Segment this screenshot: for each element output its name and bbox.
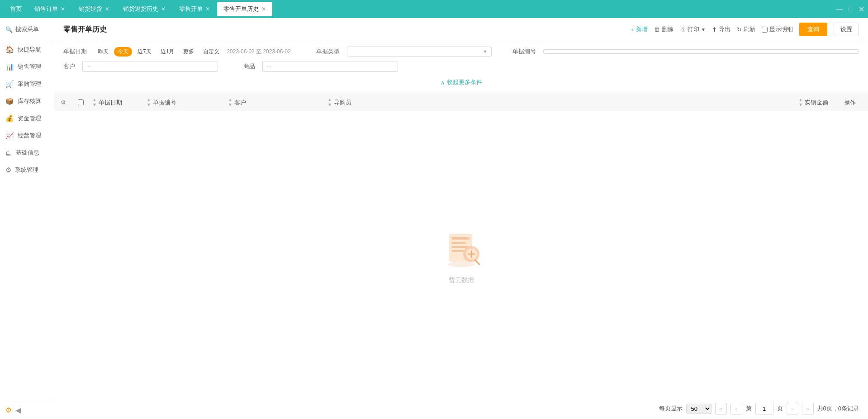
export-button[interactable]: ⬆ 导出 bbox=[712, 25, 730, 33]
sidebar-item-quicknav[interactable]: 🏠 快捷导航 bbox=[0, 41, 54, 58]
th-guide-sort[interactable]: ▲▼ bbox=[327, 98, 332, 107]
th-date: ▲▼ 单据日期 bbox=[89, 98, 143, 107]
table-header: ⚙ ▲▼ 单据日期 ▲▼ 单据编号 ▲▼ 客户 ▲▼ 导 bbox=[54, 94, 868, 111]
th-number: ▲▼ 单据编号 bbox=[143, 98, 224, 107]
sidebar-top: 🔍 搜索采单 bbox=[0, 18, 54, 41]
window-controls: — □ ✕ bbox=[836, 5, 864, 14]
sidebar-bottom: ⚙ ◀ bbox=[0, 401, 54, 419]
type-select[interactable]: ▼ bbox=[347, 47, 492, 56]
tab-retail-history[interactable]: 零售开单历史 ✕ bbox=[217, 2, 272, 16]
sidebar-item-purchase[interactable]: 🛒 采购管理 bbox=[0, 75, 54, 93]
page-suffix-label: 页 bbox=[777, 405, 783, 413]
th-amount: ▲▼ 实销金额 bbox=[378, 98, 832, 107]
first-page-button[interactable]: « bbox=[715, 403, 727, 414]
refresh-button[interactable]: ↻ 刷新 bbox=[737, 25, 755, 33]
tab-retail-order[interactable]: 零售开单 ✕ bbox=[173, 2, 216, 16]
sidebar-item-inventory[interactable]: 📦 库存核算 bbox=[0, 93, 54, 110]
sidebar-gear-icon[interactable]: ⚙ bbox=[5, 406, 12, 414]
sidebar-item-operations[interactable]: 📈 经营管理 bbox=[0, 127, 54, 144]
svg-point-0 bbox=[448, 262, 475, 267]
basic-info-icon: 🗂 bbox=[5, 149, 12, 157]
svg-rect-2 bbox=[451, 237, 470, 240]
type-select-arrow: ▼ bbox=[483, 49, 488, 54]
select-all-checkbox[interactable] bbox=[78, 99, 84, 105]
close-button[interactable]: ✕ bbox=[859, 5, 864, 14]
date-today[interactable]: 今天 bbox=[114, 47, 132, 56]
th-date-sort[interactable]: ▲▼ bbox=[92, 98, 97, 107]
minimize-button[interactable]: — bbox=[836, 5, 843, 13]
goods-input[interactable]: ··· bbox=[262, 61, 398, 72]
sidebar-collapse-button[interactable]: ◀ bbox=[15, 406, 21, 414]
th-amount-sort[interactable]: ▲▼ bbox=[798, 98, 803, 107]
delete-button[interactable]: 🗑 删除 bbox=[654, 25, 674, 33]
system-icon: ⚙ bbox=[5, 166, 11, 174]
prev-page-button[interactable]: ‹ bbox=[730, 403, 742, 414]
toolbar: + 新增 🗑 删除 🖨 打印 ▼ ⬆ 导出 ↻ 刷新 显示明细 bbox=[631, 23, 859, 36]
sidebar-item-finance[interactable]: 💰 资金管理 bbox=[0, 110, 54, 127]
sales-icon: 📊 bbox=[5, 63, 14, 71]
page-number-input[interactable] bbox=[755, 403, 773, 414]
filter-area: 单据日期 昨天 今天 近7天 近1月 更多 自定义 2023-06-02 至 2… bbox=[54, 41, 868, 94]
th-action: 操作 bbox=[832, 99, 868, 107]
date-7days[interactable]: 近7天 bbox=[134, 47, 155, 56]
empty-state: 暂无数据 bbox=[54, 111, 868, 398]
filter-row-2: 客户 ··· 商品 ··· bbox=[63, 61, 859, 72]
add-button[interactable]: + 新增 bbox=[631, 25, 648, 33]
date-1month[interactable]: 近1月 bbox=[157, 47, 178, 56]
tab-return-history[interactable]: 销货退货历史 ✕ bbox=[117, 2, 172, 16]
empty-text: 暂无数据 bbox=[449, 276, 474, 284]
sidebar-item-sales[interactable]: 📊 销售管理 bbox=[0, 58, 54, 75]
tab-close-retail-history[interactable]: ✕ bbox=[261, 6, 266, 12]
display-detail-checkbox[interactable]: 显示明细 bbox=[762, 25, 793, 33]
collapse-icon: ∧ bbox=[441, 79, 445, 86]
tab-close-return-history[interactable]: ✕ bbox=[161, 6, 166, 12]
sidebar: 🔍 搜索采单 🏠 快捷导航 📊 销售管理 🛒 采购管理 📦 库存核算 💰 资金管… bbox=[0, 18, 54, 419]
search-icon: 🔍 bbox=[5, 26, 13, 33]
date-shortcuts: 昨天 今天 近7天 近1月 更多 自定义 2023-06-02 至 2023-0… bbox=[94, 47, 291, 56]
th-number-sort[interactable]: ▲▼ bbox=[147, 98, 151, 107]
svg-line-10 bbox=[475, 260, 479, 264]
display-detail-input[interactable] bbox=[762, 27, 768, 33]
date-range-display: 2023-06-02 至 2023-06-02 bbox=[227, 48, 290, 56]
sidebar-search[interactable]: 🔍 搜索采单 bbox=[0, 23, 54, 36]
customer-input[interactable]: ··· bbox=[82, 61, 218, 72]
svg-rect-3 bbox=[451, 242, 466, 244]
tab-bar: 首页 销售订单 ✕ 销货退货 ✕ 销货退货历史 ✕ 零售开单 ✕ 零售开单历史 … bbox=[0, 0, 868, 18]
tab-close-return[interactable]: ✕ bbox=[105, 6, 109, 12]
total-label: 共0页，0条记录 bbox=[817, 405, 859, 413]
print-button[interactable]: 🖨 打印 ▼ bbox=[680, 25, 706, 33]
tab-close-sales-order[interactable]: ✕ bbox=[61, 6, 65, 12]
collapse-button[interactable]: ∧ 收起更多条件 bbox=[63, 76, 859, 88]
purchase-icon: 🛒 bbox=[5, 80, 14, 88]
per-page-select[interactable]: 50 100 200 bbox=[686, 404, 711, 414]
th-gear[interactable]: ⚙ bbox=[54, 99, 72, 106]
th-customer: ▲▼ 客户 bbox=[224, 98, 324, 107]
operations-icon: 📈 bbox=[5, 132, 14, 140]
maximize-button[interactable]: □ bbox=[849, 5, 853, 13]
query-button[interactable]: 查询 bbox=[799, 23, 827, 36]
tab-sales-order[interactable]: 销售订单 ✕ bbox=[28, 2, 71, 16]
content-area: 零售开单历史 + 新增 🗑 删除 🖨 打印 ▼ ⬆ 导出 ↻ 刷新 bbox=[54, 18, 868, 419]
setting-button[interactable]: 设置 bbox=[834, 23, 859, 36]
main-layout: 🔍 搜索采单 🏠 快捷导航 📊 销售管理 🛒 采购管理 📦 库存核算 💰 资金管… bbox=[0, 18, 868, 419]
svg-rect-4 bbox=[451, 246, 468, 248]
tab-return[interactable]: 销货退货 ✕ bbox=[72, 2, 116, 16]
sidebar-item-system[interactable]: ⚙ 系统管理 bbox=[0, 161, 54, 179]
next-page-button[interactable]: › bbox=[787, 403, 798, 414]
last-page-button[interactable]: » bbox=[802, 403, 814, 414]
tab-home[interactable]: 首页 bbox=[4, 2, 28, 16]
date-yesterday[interactable]: 昨天 bbox=[94, 47, 112, 56]
date-custom[interactable]: 自定义 bbox=[199, 47, 223, 56]
date-label: 单据日期 bbox=[63, 47, 87, 56]
inventory-icon: 📦 bbox=[5, 97, 14, 105]
th-check[interactable] bbox=[72, 99, 89, 105]
th-guide: ▲▼ 导购员 bbox=[324, 98, 378, 107]
number-input[interactable] bbox=[543, 49, 859, 54]
sidebar-item-basic-info[interactable]: 🗂 基础信息 bbox=[0, 144, 54, 161]
tab-close-retail-order[interactable]: ✕ bbox=[205, 6, 210, 12]
filter-row-1: 单据日期 昨天 今天 近7天 近1月 更多 自定义 2023-06-02 至 2… bbox=[63, 47, 859, 56]
th-customer-sort[interactable]: ▲▼ bbox=[228, 98, 232, 107]
page-prefix-label: 第 bbox=[746, 405, 752, 413]
finance-icon: 💰 bbox=[5, 114, 14, 122]
date-more[interactable]: 更多 bbox=[180, 47, 198, 56]
